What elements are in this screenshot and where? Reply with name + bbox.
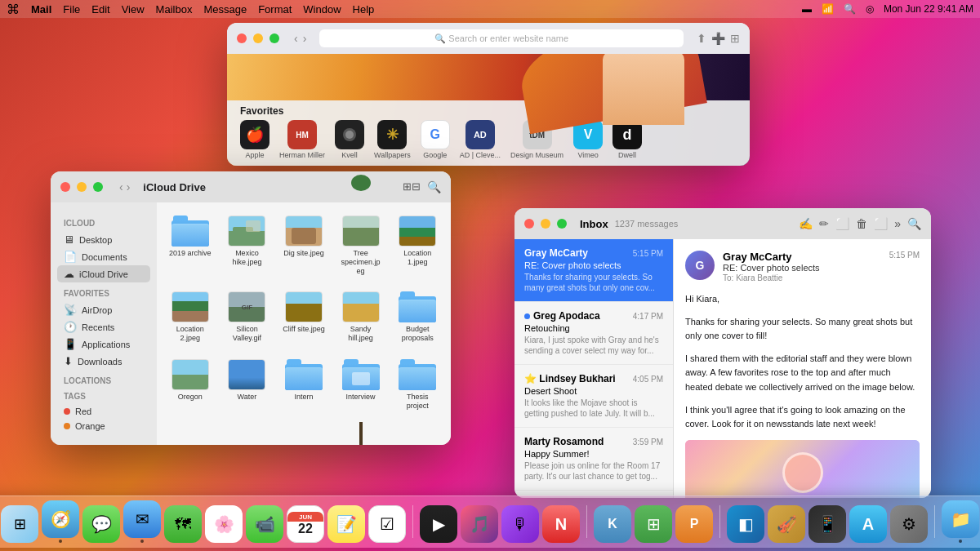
sidebar-tag-red[interactable]: Red: [57, 404, 150, 419]
mail-search-icon[interactable]: 🔍: [907, 217, 921, 230]
dock-item-pages[interactable]: P: [675, 505, 713, 543]
menu-help[interactable]: Help: [353, 3, 375, 16]
close-button[interactable]: [237, 33, 247, 43]
fav-kvell[interactable]: Kvell: [335, 120, 364, 159]
minimize-button[interactable]: [253, 33, 263, 43]
mail-minimize[interactable]: [541, 219, 550, 229]
menu-edit[interactable]: Edit: [91, 3, 109, 16]
photos-dock-icon[interactable]: 🌸: [205, 505, 243, 543]
file-location2[interactable]: Location 2.jpeg: [165, 287, 216, 348]
more-icon[interactable]: »: [894, 217, 901, 230]
reminders-dock-icon[interactable]: ☑: [368, 505, 406, 543]
sidebar-item-recents[interactable]: 🕐 Recents: [57, 318, 150, 335]
file-interview[interactable]: Interview: [336, 354, 386, 415]
dock-item-news[interactable]: N: [542, 505, 580, 543]
dock-item-launchpad[interactable]: ⊞: [1, 505, 38, 543]
dock-item-safari[interactable]: 🧭: [42, 500, 79, 543]
appletv-dock-icon[interactable]: ▶: [420, 505, 457, 543]
dock-item-mail[interactable]: ✉: [123, 500, 161, 543]
menu-format[interactable]: Format: [258, 3, 292, 16]
fav-ad-clever[interactable]: AD AD | Cleve...: [460, 120, 501, 159]
archive-icon[interactable]: ⬜: [835, 217, 849, 230]
note-icon[interactable]: ✏: [819, 217, 829, 230]
launchpad-dock-icon[interactable]: ⊞: [1, 505, 38, 543]
fullscreen-button[interactable]: [270, 33, 279, 43]
fav-vimeo[interactable]: V Vimeo: [573, 120, 603, 159]
sidebar-toggle-icon[interactable]: ⊞: [730, 32, 740, 45]
maps-dock-icon[interactable]: 🗺: [164, 505, 202, 543]
dock-item-numbers[interactable]: ⊞: [635, 505, 672, 543]
dock-item-podcasts[interactable]: 🎙: [501, 505, 539, 543]
keynote-dock-icon[interactable]: K: [594, 505, 631, 543]
messages-dock-icon[interactable]: 💬: [82, 505, 120, 543]
dock-item-reminders[interactable]: ☑: [368, 505, 406, 543]
dock-item-photos[interactable]: 🌸: [205, 505, 243, 543]
sidebar-item-downloads[interactable]: ⬇ Downloads: [57, 353, 150, 370]
fav-dwell[interactable]: d Dwell: [612, 120, 642, 159]
fav-wallpapers[interactable]: ✳ Wallpapers: [374, 120, 411, 159]
dock-item-facetime[interactable]: 📹: [246, 505, 283, 543]
finder-grid-icon[interactable]: ⊞⊟: [403, 180, 421, 193]
dock-item-xcode[interactable]: ◧: [727, 505, 764, 543]
dock-item-appletv[interactable]: ▶: [420, 505, 457, 543]
delete-icon[interactable]: 🗑: [856, 217, 867, 230]
finder-forward[interactable]: ›: [127, 180, 131, 193]
menu-message[interactable]: Message: [203, 3, 247, 16]
file-dig-site[interactable]: Dig site.jpeg: [278, 211, 329, 280]
back-button[interactable]: ‹: [294, 32, 298, 45]
pages-dock-icon[interactable]: P: [675, 505, 713, 543]
simulator-dock-icon[interactable]: 📱: [808, 505, 846, 543]
sysprefs-dock-icon[interactable]: ⚙: [890, 505, 928, 543]
url-bar[interactable]: 🔍 Search or enter website name: [319, 29, 684, 47]
podcasts-dock-icon[interactable]: 🎙: [501, 505, 539, 543]
finder-search-icon[interactable]: 🔍: [427, 180, 441, 193]
file-cliff-site[interactable]: Cliff site.jpeg: [278, 287, 329, 348]
menu-file[interactable]: File: [63, 3, 80, 16]
calendar-dock-icon[interactable]: JUN 22: [287, 505, 324, 543]
mail-close[interactable]: [524, 219, 534, 229]
notes-dock-icon[interactable]: 📝: [327, 505, 365, 543]
numbers-dock-icon[interactable]: ⊞: [635, 505, 672, 543]
files-dock-icon[interactable]: 📁: [942, 500, 979, 538]
facetime-dock-icon[interactable]: 📹: [246, 505, 283, 543]
dock-item-files[interactable]: 📁: [942, 500, 979, 543]
file-2019-archive[interactable]: 2019 archive: [165, 211, 216, 280]
mail-dock-icon[interactable]: ✉: [123, 500, 161, 538]
sidebar-item-desktop[interactable]: 🖥 Desktop: [57, 231, 150, 248]
app-name[interactable]: Mail: [31, 3, 51, 16]
mail-item-1[interactable]: Gray McCarty 5:15 PM RE: Cover photo sel…: [514, 239, 673, 302]
instruments-dock-icon[interactable]: 🎻: [768, 505, 805, 543]
sidebar-item-airdrop[interactable]: 📡 AirDrop: [57, 301, 150, 318]
apple-menu[interactable]: ⌘: [7, 2, 20, 17]
sidebar-item-documents[interactable]: 📄 Documents: [57, 248, 150, 265]
file-budget-proposals[interactable]: Budget proposals: [392, 287, 443, 348]
finder-back[interactable]: ‹: [119, 180, 123, 193]
dock-item-maps[interactable]: 🗺: [164, 505, 202, 543]
dock-item-messages[interactable]: 💬: [82, 505, 120, 543]
finder-minimize[interactable]: [77, 182, 87, 192]
menu-mailbox[interactable]: Mailbox: [156, 3, 193, 16]
sidebar-tag-orange[interactable]: Orange: [57, 419, 150, 433]
file-location1[interactable]: Location 1.jpeg: [392, 211, 443, 280]
file-oregon[interactable]: Oregon: [165, 354, 216, 415]
dock-item-simulator[interactable]: 📱: [808, 505, 846, 543]
menu-window[interactable]: Window: [303, 3, 341, 16]
file-water[interactable]: Water: [222, 354, 273, 415]
mail-fullscreen[interactable]: [557, 219, 567, 229]
mail-item-2[interactable]: Greg Apodaca 4:17 PM Retouching Kiara, I…: [514, 302, 673, 365]
sidebar-item-applications[interactable]: 📱 Applications: [57, 335, 150, 353]
dock-item-instruments[interactable]: 🎻: [768, 505, 805, 543]
fav-apple[interactable]: 🍎 Apple: [240, 120, 270, 159]
search-icon[interactable]: 🔍: [844, 3, 856, 15]
share-icon[interactable]: ⬆: [697, 32, 706, 45]
file-tree-specimen[interactable]: Tree specimen.jpeg: [336, 211, 386, 280]
file-sandy-hill[interactable]: Sandy hill.jpeg: [336, 287, 386, 348]
fav-herman-miller[interactable]: HM Herman Miller: [279, 120, 325, 159]
fav-google[interactable]: G Google: [421, 120, 450, 159]
dock-item-sysprefs[interactable]: ⚙: [890, 505, 928, 543]
new-tab-icon[interactable]: ➕: [711, 32, 725, 45]
mail-item-4[interactable]: Marty Rosamond 3:59 PM Happy Summer! Ple…: [514, 428, 673, 491]
xcode-dock-icon[interactable]: ◧: [727, 505, 764, 543]
dock-item-appstore[interactable]: A: [849, 505, 887, 543]
file-thesis-project[interactable]: Thesis project: [392, 354, 443, 415]
